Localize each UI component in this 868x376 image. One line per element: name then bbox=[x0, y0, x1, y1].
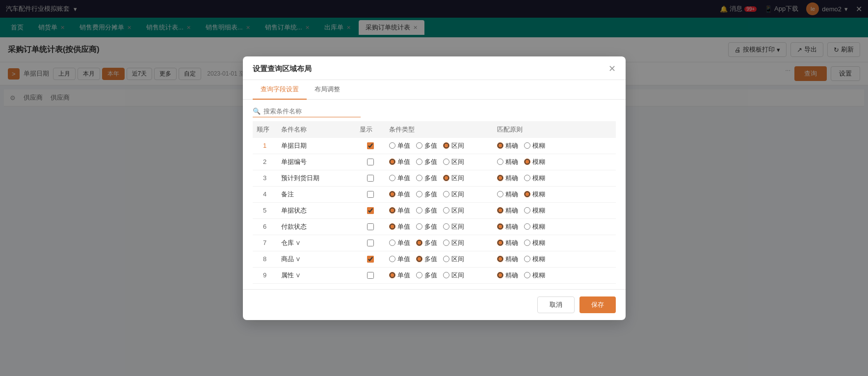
tab-layout-adjust[interactable]: 布局调整 bbox=[307, 80, 348, 100]
modal-close-button[interactable]: ✕ bbox=[608, 64, 616, 73]
modal-title: 设置查询区域布局 bbox=[253, 64, 312, 74]
search-input[interactable] bbox=[263, 107, 352, 111]
search-wrap: 🔍 bbox=[253, 106, 361, 111]
tab-query-fields[interactable]: 查询字段设置 bbox=[253, 80, 307, 100]
modal-header: 设置查询区域布局 ✕ bbox=[243, 56, 626, 80]
search-icon: 🔍 bbox=[253, 107, 261, 111]
modal-tabs: 查询字段设置 布局调整 bbox=[243, 80, 626, 100]
modal-search-area: 🔍 bbox=[243, 100, 626, 111]
modal-overlay: 设置查询区域布局 ✕ 查询字段设置 布局调整 🔍 顺序 条件名称 显示 bbox=[0, 0, 868, 110]
modal-dialog: 设置查询区域布局 ✕ 查询字段设置 布局调整 🔍 顺序 条件名称 显示 bbox=[243, 56, 626, 111]
